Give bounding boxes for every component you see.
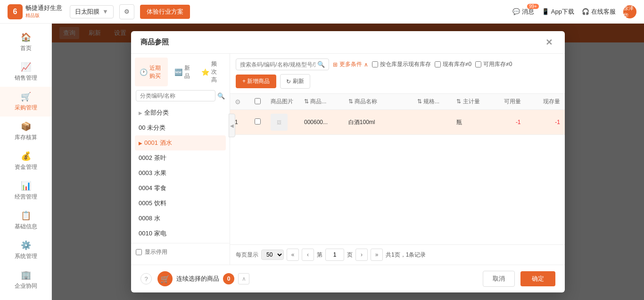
online-service-item[interactable]: 🎧 在线客服 bbox=[582, 8, 616, 16]
page-last-button[interactable]: » bbox=[371, 249, 383, 261]
warehouse-stock-checkbox[interactable] bbox=[372, 61, 378, 67]
trial-button[interactable]: 体验行业方案 bbox=[140, 5, 190, 19]
cat-tab-new[interactable]: 🆕 新品 bbox=[170, 58, 195, 86]
row-unit: 瓶 bbox=[452, 110, 486, 135]
cat-item-fruit[interactable]: 0003 水果 bbox=[135, 166, 226, 181]
col-header-stock: 现存量 bbox=[526, 94, 565, 110]
table-settings-icon[interactable]: ⚙ bbox=[235, 98, 241, 106]
modal-close-button[interactable]: ✕ bbox=[542, 36, 555, 49]
top-nav-right: 💬 消息 99+ 📱 App下载 🎧 在线客服 徐泽华 bbox=[512, 5, 636, 18]
user-item[interactable]: 徐泽华 bbox=[623, 5, 636, 18]
refresh-button[interactable]: ↻ 刷新 bbox=[280, 74, 310, 89]
sidebar-item-label: 资金管理 bbox=[15, 163, 37, 171]
nonzero-stock-checkbox[interactable] bbox=[435, 61, 441, 67]
sidebar-item-inventory[interactable]: 📦 库存核算 bbox=[0, 117, 51, 146]
page-prev-button[interactable]: ‹ bbox=[302, 249, 314, 261]
col-header-code[interactable]: ⇅ 商品... bbox=[299, 94, 344, 110]
cat-item-tea[interactable]: 0002 茶叶 bbox=[135, 150, 226, 166]
clock-icon: 🕐 bbox=[140, 68, 148, 76]
sidebar-item-label: 企业协同 bbox=[15, 282, 37, 290]
per-page-select[interactable]: 50 bbox=[261, 250, 284, 260]
page-next-button[interactable]: › bbox=[355, 249, 368, 261]
refresh-icon: ↻ bbox=[286, 78, 291, 85]
chevron-right-icon: ▶ bbox=[139, 141, 142, 146]
product-panel: 🔍 ⊞ 更多条件 ∧ 按仓库显示现有库存 bbox=[230, 54, 565, 265]
modal-footer: ? 🛒 连续选择的商品 0 ∧ 取消 确定 bbox=[131, 265, 565, 292]
confirm-button[interactable]: 确定 bbox=[520, 271, 555, 286]
settings-gear-icon[interactable]: ⚙ bbox=[119, 4, 134, 19]
message-icon-item[interactable]: 💬 消息 99+ bbox=[512, 8, 534, 16]
cat-item-uncategorized[interactable]: 00 未分类 bbox=[135, 120, 226, 135]
page-suffix-label: 页 bbox=[347, 251, 353, 259]
cat-item-label: 0002 茶叶 bbox=[139, 154, 166, 162]
cancel-button[interactable]: 取消 bbox=[483, 271, 515, 287]
product-search-input[interactable] bbox=[240, 61, 315, 68]
warehouse-stock-checkbox-label[interactable]: 按仓库显示现有库存 bbox=[372, 60, 431, 68]
cat-item-label: 全部分类 bbox=[144, 108, 169, 117]
sort-icon: ⇅ bbox=[304, 98, 309, 105]
page-number-input[interactable] bbox=[325, 249, 344, 261]
row-code: 000600... bbox=[299, 110, 344, 135]
sidebar-item-sales[interactable]: 📈 销售管理 bbox=[0, 57, 51, 87]
modal-overlay: 商品参照 ✕ 🕐 近期购买 🆕 bbox=[52, 24, 644, 300]
sidebar-item-finance[interactable]: 💰 资金管理 bbox=[0, 146, 51, 176]
cat-item-water[interactable]: 0008 水 bbox=[135, 211, 226, 226]
product-search-box: 🔍 bbox=[236, 58, 329, 70]
new-icon: 🆕 bbox=[174, 68, 182, 76]
more-filter-button[interactable]: ⊞ 更多条件 ∧ bbox=[333, 60, 368, 68]
logo-area: 6 畅捷通好生意 精品版 bbox=[8, 4, 62, 19]
sidebar: 🏠 首页 📈 销售管理 🛒 采购管理 📦 库存核算 💰 资金管理 📊 经营管理 … bbox=[0, 24, 52, 300]
sidebar-item-system[interactable]: ⚙️ 系统管理 bbox=[0, 235, 51, 265]
show-disabled-area: 显示停用 bbox=[131, 243, 230, 261]
cat-item-liquor[interactable]: ▶ 0001 酒水 bbox=[135, 135, 226, 150]
cat-tab-frequent[interactable]: ⭐ 频次高 bbox=[197, 58, 226, 86]
sidebar-item-basic-info[interactable]: 📋 基础信息 bbox=[0, 206, 51, 235]
sidebar-item-operations[interactable]: 📊 经营管理 bbox=[0, 176, 51, 206]
cat-item-label: 00 未分类 bbox=[139, 124, 165, 132]
basic-info-icon: 📋 bbox=[21, 210, 31, 221]
col-header-img: 商品图片 bbox=[266, 94, 299, 110]
category-search-icon[interactable]: 🔍 bbox=[217, 92, 225, 100]
table-row[interactable]: 1 🖼 bbox=[230, 110, 565, 135]
col-header-spec[interactable]: ⇅ 规格... bbox=[413, 94, 452, 110]
row-spec bbox=[413, 110, 452, 135]
show-disabled-checkbox[interactable] bbox=[136, 249, 142, 255]
cat-item-beverage[interactable]: 0005 饮料 bbox=[135, 196, 226, 211]
filter-icon: ⊞ bbox=[333, 61, 338, 68]
sidebar-item-enterprise[interactable]: 🏢 企业协同 bbox=[0, 265, 51, 295]
col-header-name[interactable]: ⇅ 商品名称 bbox=[344, 94, 413, 110]
finance-icon: 💰 bbox=[21, 151, 31, 161]
select-all-checkbox[interactable] bbox=[255, 98, 261, 104]
nonzero-available-checkbox-label[interactable]: 可用库存≠0 bbox=[475, 60, 512, 68]
collapse-cart-button[interactable]: ∧ bbox=[238, 273, 249, 284]
row-checkbox[interactable] bbox=[255, 118, 261, 125]
col-header-unit[interactable]: ⇅ 主计量 bbox=[452, 94, 486, 110]
inventory-icon: 📦 bbox=[21, 121, 31, 132]
page-first-button[interactable]: « bbox=[287, 249, 299, 261]
add-product-button[interactable]: + 新增商品 bbox=[236, 75, 276, 88]
company-selector[interactable]: 日太阳膜 ▼ bbox=[70, 5, 114, 18]
category-search-input[interactable] bbox=[136, 90, 215, 101]
collapse-panel-button[interactable]: ◀ bbox=[229, 114, 235, 137]
cat-item-appliance[interactable]: 0010 家电 bbox=[135, 226, 226, 241]
cat-item-snack[interactable]: 0004 零食 bbox=[135, 181, 226, 196]
sidebar-item-home[interactable]: 🏠 首页 bbox=[0, 27, 51, 57]
headset-icon: 🎧 bbox=[582, 8, 589, 15]
app-download-item[interactable]: 📱 App下载 bbox=[542, 8, 574, 16]
sidebar-item-purchase[interactable]: 🛒 采购管理 bbox=[0, 87, 51, 117]
nonzero-stock-checkbox-label[interactable]: 现有库存≠0 bbox=[435, 60, 471, 68]
category-tabs: 🕐 近期购买 🆕 新品 ⭐ 频次高 bbox=[131, 58, 230, 86]
product-data-table: ⚙ 商品图片 bbox=[230, 94, 565, 135]
cat-item-all[interactable]: ▶ 全部分类 bbox=[135, 105, 226, 120]
help-icon-button[interactable]: ? bbox=[140, 273, 152, 284]
sidebar-item-label: 基础信息 bbox=[15, 223, 37, 231]
top-nav: 6 畅捷通好生意 精品版 日太阳膜 ▼ ⚙ 体验行业方案 💬 消息 99+ 📱 … bbox=[0, 0, 644, 24]
cat-item-label: 0003 水果 bbox=[139, 169, 166, 177]
nonzero-available-checkbox[interactable] bbox=[475, 61, 481, 67]
cat-tab-recent[interactable]: 🕐 近期购买 bbox=[135, 58, 168, 86]
sidebar-item-guide[interactable]: 🎓 新手引导 bbox=[0, 295, 51, 300]
message-icon: 💬 bbox=[512, 8, 520, 15]
product-search-icon[interactable]: 🔍 bbox=[317, 61, 325, 68]
cart-icon-button[interactable]: 🛒 bbox=[157, 271, 173, 286]
cat-item-label: 0001 酒水 bbox=[144, 139, 172, 147]
